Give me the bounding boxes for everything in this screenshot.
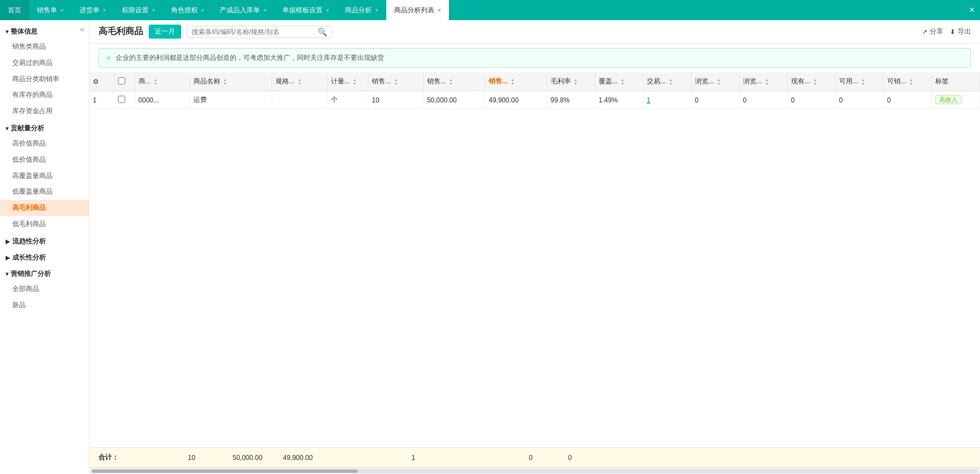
nav-product-analysis-list[interactable]: 商品分析列表 × [386,0,449,20]
cell-sales2: 50,000.00 [423,91,485,109]
chevron-down-icon: ▾ [6,271,8,277]
nav-product-analysis[interactable]: 商品分析 × [337,0,386,20]
sort-icon: ▲▼ [353,78,357,86]
scrollbar-thumb[interactable] [92,470,358,473]
col-header-sales2[interactable]: 销售... ▲▼ [423,72,485,91]
sidebar-item-low-coverage[interactable]: 低覆盖量商品 [0,184,89,200]
row-checkbox[interactable] [118,96,125,103]
sidebar-item-stock-capital[interactable]: 库存资金占用 [0,103,89,119]
nav-purchase[interactable]: 进货单 × [72,0,114,20]
top-nav: 首页 销售单 × 进货单 × 权限设置 × 角色授权 × 产成品入库单 × 单据… [0,0,980,20]
col-header-stock2[interactable]: 可用... ▲▼ [835,72,883,91]
footer-browse2 [486,454,525,462]
col-header-spec[interactable]: 规格... ▲▼ [272,72,327,91]
horizontal-scrollbar[interactable] [89,467,980,474]
cell-browse1: 0 [691,91,739,109]
nav-permission[interactable]: 权限设置 × [114,0,163,20]
cell-cb[interactable] [114,91,135,109]
col-header-tag[interactable]: 标签 [931,72,979,91]
info-text: 企业的主要的利润都是这部分商品创造的，可考虑加大推广，同时关注库存是不要出现缺货 [116,53,384,63]
sidebar-item-traded-goods[interactable]: 交易过的商品 [0,55,89,71]
nav-sales[interactable]: 销售单 × [29,0,72,20]
sort-icon: ▲▼ [574,78,577,86]
col-header-trade[interactable]: 交易... ▲▼ [643,72,691,91]
col-header-browse1[interactable]: 浏览... ▲▼ [691,72,739,91]
sort-icon: ▲▼ [909,78,913,86]
export-btn[interactable]: ⬇ 导出 [950,27,971,36]
sort-icon: ▲▼ [298,78,302,86]
sidebar-item-in-stock[interactable]: 有库存的商品 [0,87,89,103]
close-icon[interactable]: × [201,7,205,13]
sidebar-item-new-goods[interactable]: 新品 [0,297,89,313]
close-icon[interactable]: × [326,7,329,13]
nav-product-inbound[interactable]: 产成品入库单 × [212,0,274,20]
close-icon[interactable]: × [375,7,378,13]
table-wrapper[interactable]: ⚙ 商... ▲▼ 商品名称 ▲▼ 规格... [89,72,980,447]
search-icon[interactable]: 🔍 [318,27,327,36]
share-icon: ↗ [922,28,927,36]
table-header-row: ⚙ 商... ▲▼ 商品名称 ▲▼ 规格... [89,72,980,91]
trade-link[interactable]: 1 [647,96,651,104]
col-header-cover[interactable]: 覆盖... ▲▼ [595,72,643,91]
chevron-down-icon: ▾ [6,125,8,132]
sidebar-item-high-coverage[interactable]: 高覆盖量商品 [0,168,89,184]
col-header-unit[interactable]: 计量... ▲▼ [327,72,368,91]
nav-role[interactable]: 角色授权 × [163,0,212,20]
close-icon[interactable]: × [438,7,441,13]
sidebar-group-overall[interactable]: ▾ 整体信息 [0,22,89,39]
sidebar-group-growth[interactable]: ▶ 成长性分析 [0,248,89,265]
footer-margin [330,454,369,462]
sidebar-group-trend[interactable]: ▶ 流趋性分析 [0,232,89,248]
nav-home[interactable]: 首页 [0,0,29,20]
close-icon[interactable]: × [152,7,155,13]
search-box: 🔍 [187,26,332,38]
col-header-sales1[interactable]: 销售... ▲▼ [368,72,423,91]
sidebar-item-category-rate[interactable]: 商品分类助销率 [0,71,89,87]
col-header-browse2[interactable]: 浏览... ▲▼ [739,72,787,91]
cell-stock2: 0 [835,91,883,109]
sidebar-item-sales-goods[interactable]: 销售类商品 [0,39,89,55]
nav-template[interactable]: 单据模板设置 × [274,0,337,20]
footer-label: 合计： [89,453,184,462]
col-header-sales3[interactable]: 销售... ▲▼ [485,72,547,91]
footer-sales2: 50,000.00 [229,454,280,462]
cell-unit: 个 [327,91,368,109]
select-all-checkbox[interactable] [118,77,125,85]
tag-badge: 高收入 [935,95,962,104]
filter-recent-month-btn[interactable]: 近一月 [149,25,181,39]
main-layout: « ▾ 整体信息 销售类商品 交易过的商品 商品分类助销率 有库存的商品 库存资… [0,20,980,474]
scrollbar-track[interactable] [92,470,978,473]
sort-icon: ▲▼ [813,78,817,86]
close-icon[interactable]: × [60,7,64,13]
col-header-checkbox[interactable] [114,72,135,91]
footer-total: 合计： 10 50,000.00 49,900.00 1 0 0 [89,447,980,467]
close-all-icon[interactable]: × [969,5,974,15]
sidebar-group-marketing[interactable]: ▾ 营销推广分析 [0,265,89,281]
sidebar-item-high-value[interactable]: 高价值商品 [0,135,89,152]
col-header-name[interactable]: 商品名称 ▲▼ [190,72,272,91]
share-btn[interactable]: ↗ 分享 [922,27,943,36]
sidebar-item-high-margin[interactable]: 高毛利商品 [0,200,89,216]
sort-icon: ▲▼ [669,78,673,86]
sidebar-item-low-margin[interactable]: 低毛利商品 [0,216,89,232]
col-header-code[interactable]: 商... ▲▼ [135,72,190,91]
page-title: 高毛利商品 [98,26,143,37]
content-header: 高毛利商品 近一月 🔍 ↗ 分享 ⬇ 导出 [89,20,980,44]
footer-sales3: 49,900.00 [280,454,330,462]
close-icon[interactable]: × [103,7,106,13]
sidebar-item-low-value[interactable]: 低价值商品 [0,152,89,168]
cell-sales1: 10 [368,91,423,109]
col-header-settings[interactable]: ⚙ [89,72,114,91]
content-area: 高毛利商品 近一月 🔍 ↗ 分享 ⬇ 导出 ✧ 企业的主要的利润都是这部分商品创… [89,20,980,474]
cell-sales3: 49,900.00 [485,91,547,109]
sidebar-item-all-goods[interactable]: 全部商品 [0,281,89,297]
cell-idx: 1 [89,91,114,109]
sidebar-collapse-btn[interactable]: « [80,25,84,34]
sidebar-group-contribution[interactable]: ▾ 贡献量分析 [0,119,89,135]
close-icon[interactable]: × [263,7,267,13]
search-input[interactable] [192,28,318,36]
col-header-margin[interactable]: 毛利率 ▲▼ [547,72,595,91]
product-table: ⚙ 商... ▲▼ 商品名称 ▲▼ 规格... [89,72,980,109]
col-header-stock1[interactable]: 现有... ▲▼ [787,72,835,91]
col-header-stock3[interactable]: 可销... ▲▼ [883,72,931,91]
